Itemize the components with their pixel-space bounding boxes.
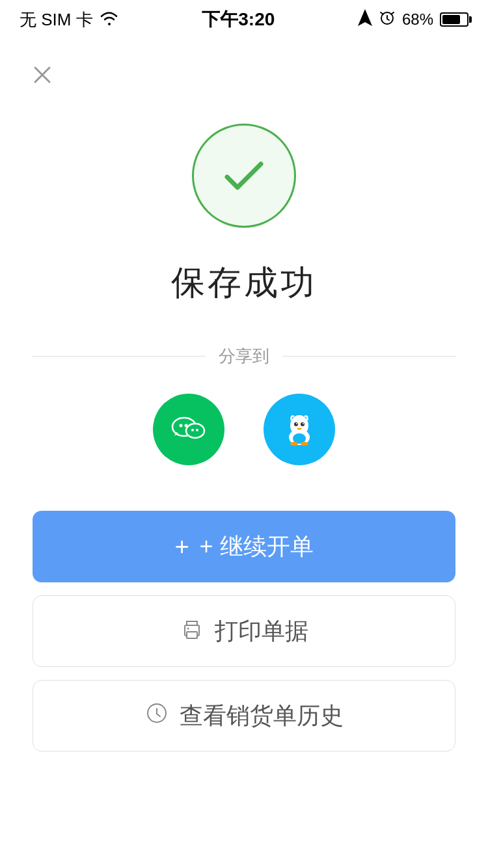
print-button[interactable]: 打印单据 <box>33 595 455 667</box>
svg-point-5 <box>185 424 188 427</box>
main-content: 保存成功 分享到 <box>0 98 488 868</box>
checkmark-icon <box>218 150 270 202</box>
continue-icon: + <box>174 533 189 561</box>
share-label: 分享到 <box>219 345 269 368</box>
continue-button[interactable]: + + 继续开单 <box>33 511 455 582</box>
svg-point-19 <box>187 627 189 629</box>
close-button[interactable] <box>26 59 59 91</box>
carrier-text: 无 SIM 卡 <box>20 8 93 31</box>
svg-point-14 <box>303 423 304 424</box>
print-label: 打印单据 <box>215 616 308 647</box>
alarm-icon <box>379 9 396 30</box>
share-qq-button[interactable] <box>264 394 335 465</box>
wifi-icon <box>100 10 119 30</box>
battery-percent: 68% <box>402 10 433 29</box>
svg-point-6 <box>191 429 194 431</box>
success-title: 保存成功 <box>171 260 317 306</box>
share-section: 分享到 <box>33 345 455 465</box>
print-icon <box>180 616 204 647</box>
svg-point-16 <box>301 442 308 446</box>
svg-point-15 <box>290 442 298 446</box>
svg-point-7 <box>196 429 198 431</box>
history-button[interactable]: 查看销货单历史 <box>33 680 455 752</box>
svg-rect-18 <box>187 632 197 638</box>
svg-point-4 <box>180 424 183 427</box>
status-time: 下午3:20 <box>202 7 275 32</box>
svg-point-13 <box>296 423 297 424</box>
success-circle <box>192 124 296 228</box>
divider-line-right <box>282 356 455 357</box>
location-icon <box>358 9 372 30</box>
close-area <box>0 39 488 98</box>
history-label: 查看销货单历史 <box>180 700 344 732</box>
share-divider: 分享到 <box>33 345 455 368</box>
history-icon <box>144 701 169 731</box>
status-left: 无 SIM 卡 <box>20 8 119 31</box>
share-icons <box>33 394 455 465</box>
svg-point-11 <box>294 422 298 426</box>
continue-label: + 继续开单 <box>200 531 314 563</box>
status-right: 68% <box>358 9 468 30</box>
battery-icon <box>440 12 468 27</box>
action-buttons: + + 继续开单 打印单据 查看销货单历史 <box>33 511 455 752</box>
status-bar: 无 SIM 卡 下午3:20 68% <box>0 0 488 39</box>
svg-point-12 <box>301 422 305 426</box>
share-wechat-button[interactable] <box>153 394 224 465</box>
divider-line-left <box>33 356 206 357</box>
